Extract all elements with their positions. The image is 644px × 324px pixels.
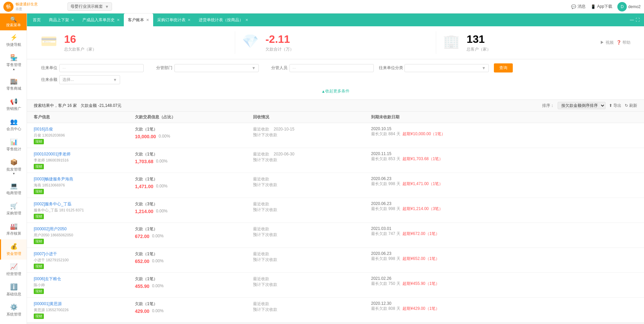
tab-purchase-stats-label: 采购订单统计表 <box>157 17 186 23</box>
table-row: [0001020001]李老师 李老师 18600391516 现销 欠款（1笔… <box>27 148 644 173</box>
customer-contact: 小进干 18279152100 <box>34 258 135 263</box>
store-name: 母婴行业演示账套 <box>71 4 103 9</box>
sidebar-item-retail-mall[interactable]: 🏬 零售商城 <box>0 74 27 94</box>
sidebar-search-btn[interactable]: 🔍 搜索菜单 <box>0 13 27 30</box>
return-cell: 最近收款 预计下次收款 <box>253 201 371 213</box>
tab-close-icon[interactable]: ✕ <box>245 18 248 22</box>
tab-purchase-stats[interactable]: 采购订单统计表 ✕ <box>153 13 195 26</box>
inventory-icon: 🏭 <box>10 223 18 230</box>
sidebar-item-member[interactable]: 👥 会员中心 <box>0 115 27 135</box>
video-btn[interactable]: ▶ 视频 <box>600 40 613 46</box>
customer-badge: 现销 <box>34 289 44 294</box>
sidebar-item-inventory[interactable]: 🏭 库存核算 <box>0 219 27 239</box>
debt-percent: 0.00% <box>159 134 170 139</box>
tab-close-icon[interactable]: ✕ <box>117 18 120 22</box>
tab-product-history[interactable]: 产成品入库单历史 ✕ <box>78 13 124 26</box>
person-input[interactable]: ··· <box>289 64 374 72</box>
tabs-bar: 首页 商品上下架 ✕ 产成品入库单历史 ✕ 客户账本 ✕ 采购订单统计表 ✕ <box>27 13 644 26</box>
overdue-link[interactable]: 超期¥10,000.00（1笔） <box>402 131 445 136</box>
customer-name-link[interactable]: [0006]去下粮仓 <box>34 276 135 282</box>
page-content: 💳 16 总欠款客户（家） 💎 -2.11 欠款合计（万） <box>27 26 644 324</box>
tab-close-icon[interactable]: ✕ <box>188 18 191 22</box>
header-customer: 客户信息 <box>34 114 135 120</box>
last-collect-label: 最近收款 <box>253 201 371 207</box>
help-btn[interactable]: ❓ 帮助 <box>616 40 631 46</box>
sidebar-item-purchase[interactable]: 🛒 采购管理 <box>0 199 27 219</box>
debt-amount-cell: 1,703.68 <box>135 159 153 164</box>
last-collect-label: 最近收款 <box>253 276 371 282</box>
sidebar-item-finance[interactable]: 💰 资金管理 <box>0 239 27 260</box>
due-date-cell: 2021.02.26 最长欠款 750 天 超期¥455.90（1笔） <box>371 276 637 287</box>
sidebar-item-enterprise[interactable]: 🤝 企业协同 <box>0 320 27 324</box>
customer-name-link[interactable]: [0007]小进干 <box>34 251 135 257</box>
customer-name-link[interactable]: [000002]用户2050 <box>34 226 135 232</box>
due-date: 2021.02.26 <box>371 276 637 281</box>
overdue-link[interactable]: 超期¥1,214.00（3笔） <box>402 206 443 211</box>
user-profile-btn[interactable]: D demo2 <box>617 2 641 11</box>
sidebar-item-quicknav[interactable]: ⚡ 快捷导航 <box>0 30 27 51</box>
sidebar-item-business[interactable]: 📈 经营管理 <box>0 260 27 280</box>
dept-arrow: ▼ <box>252 66 256 70</box>
sidebar-item-retail-mgmt[interactable]: 🏪 零售管理 ▲ <box>0 51 27 74</box>
sidebar-item-retail-stats[interactable]: 📊 零售统计 <box>0 135 27 155</box>
from-unit-label: 往来单位 <box>34 65 57 71</box>
refresh-btn[interactable]: ↻ 刷新 <box>625 103 637 109</box>
debt-cell: 欠款（1笔） 1,703.68 0.00% <box>135 151 253 164</box>
customer-name-link[interactable]: [0016]吕俊 <box>34 126 135 132</box>
sidebar-item-ecommerce[interactable]: 💻 电商管理 <box>0 179 27 199</box>
sidebar-item-basic-info[interactable]: ℹ️ 基础信息 <box>0 280 27 300</box>
dept-input[interactable]: ▼ <box>174 64 259 72</box>
tab-maximize-icon[interactable]: ⛶ <box>636 18 640 22</box>
debt-count: 欠款（3笔） <box>135 201 253 207</box>
message-btn[interactable]: 💬 消息 <box>571 4 586 9</box>
filter-row-2: 往来余额 选择... ▼ <box>34 75 637 84</box>
next-collect-label: 预计下次收款 <box>253 132 371 138</box>
customer-name-link[interactable]: [0002]服务中心_丁磊 <box>34 201 135 207</box>
debt-cell: 欠款（1笔） 429.00 0.00% <box>135 301 253 314</box>
customer-name-link[interactable]: [000001]黄思源 <box>34 301 135 307</box>
system-icon: ⚙️ <box>10 303 18 311</box>
from-unit-input[interactable]: ··· <box>59 64 144 72</box>
unit-class-input[interactable]: ▼ <box>404 64 489 72</box>
overdue-link[interactable]: 超期¥429.00（1笔） <box>402 306 440 311</box>
sort-select[interactable]: 按欠款金额倒序排序 <box>558 102 606 109</box>
balance-select[interactable]: 选择... ▼ <box>59 75 120 84</box>
sidebar-item-system[interactable]: ⚙️ 系统管理 <box>0 300 27 320</box>
tab-product-listing[interactable]: 商品上下架 ✕ <box>45 13 78 26</box>
overdue-link[interactable]: 超期¥672.00（1笔） <box>402 231 440 236</box>
store-selector[interactable]: 母婴行业演示账套 ▼ <box>67 2 112 11</box>
overdue-link[interactable]: 超期¥455.90（1笔） <box>402 281 440 286</box>
overdue-link[interactable]: 超期¥1,471.00（1笔） <box>402 181 443 186</box>
table-row: [000002]用户2050 用户2050 18665062050 现销 欠款（… <box>27 223 644 248</box>
table-row: [0016]吕俊 吕俊 13026203696 现销 欠款（1笔） 10,000… <box>27 123 644 148</box>
query-button[interactable]: 查询 <box>494 63 513 72</box>
tab-minimize-icon[interactable]: — <box>630 18 634 22</box>
overdue-link[interactable]: 超期¥1,703.68（1笔） <box>402 156 443 161</box>
next-collect-label: 预计下次收款 <box>253 157 371 163</box>
overdue-link[interactable]: 超期¥652.00（1笔） <box>402 256 440 261</box>
tab-customer-account[interactable]: 客户账本 ✕ <box>124 13 153 26</box>
tab-close-icon[interactable]: ✕ <box>71 18 74 22</box>
sidebar-item-wholesale[interactable]: 📦 批发管理 ▼ <box>0 155 27 179</box>
tab-purchase-product-stats[interactable]: 进货单统计表（按商品） ✕ <box>195 13 252 26</box>
finance-icon: 💰 <box>10 243 18 250</box>
sidebar-item-marketing[interactable]: 📢 营销推广 <box>0 94 27 115</box>
tab-close-icon[interactable]: ✕ <box>146 18 149 22</box>
message-icon: 💬 <box>571 4 576 9</box>
customer-name-link[interactable]: [0003]畅捷服务尹海燕 <box>34 176 135 182</box>
collapse-btn[interactable]: ▲ 收起更多条件 <box>34 87 637 95</box>
tab-home[interactable]: 首页 <box>29 13 45 26</box>
data-table: 客户信息 欠款交易信息（占比） 回收情况 到期未收款日期 [0016]吕俊 吕俊… <box>27 112 644 323</box>
due-date-cell: 2020.11.15 最长欠款 853 天 超期¥1,703.68（1笔） <box>371 151 637 162</box>
sidebar-item-label: 营销推广 <box>6 106 21 111</box>
filter-balance: 往来余额 选择... ▼ <box>34 75 120 84</box>
sidebar-search-label: 搜索菜单 <box>2 23 25 28</box>
customer-name-link[interactable]: [0001020001]李老师 <box>34 151 135 157</box>
filter-dept: 分管部门 ▼ <box>149 64 259 72</box>
wholesale-icon: 📦 <box>10 158 18 166</box>
sidebar-item-label: 零售管理 <box>6 62 21 67</box>
debt-percent: 0.00% <box>156 159 168 164</box>
export-btn[interactable]: ⬆ 导出 <box>609 103 621 109</box>
filter-from-unit: 往来单位 ··· <box>34 64 144 72</box>
app-download-btn[interactable]: 📱 App下载 <box>591 4 612 9</box>
